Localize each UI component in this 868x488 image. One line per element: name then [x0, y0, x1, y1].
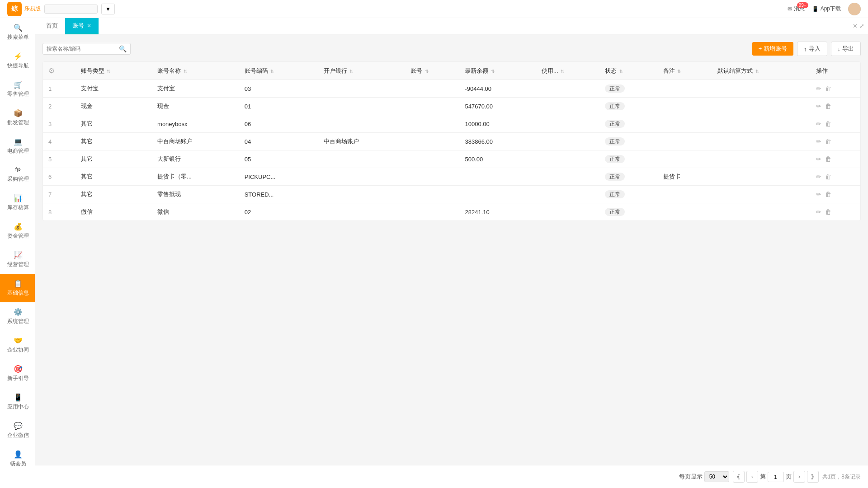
- messages-button[interactable]: ✉ 消息 99+: [788, 5, 805, 13]
- sidebar-item-label: 资金管理: [7, 232, 29, 240]
- search-icon[interactable]: 🔍: [119, 45, 127, 52]
- edit-button[interactable]: ✏: [816, 191, 821, 198]
- sidebar-item-operations[interactable]: 📈 经营管理: [0, 245, 35, 274]
- close-tab-icon[interactable]: ✕: [853, 23, 858, 29]
- edit-button[interactable]: ✏: [816, 208, 821, 216]
- user-avatar[interactable]: [848, 3, 861, 15]
- sidebar-item-shortcut[interactable]: ⚡ 快捷导航: [0, 47, 35, 75]
- row-name: moneybosx: [152, 115, 239, 133]
- sidebar-item-wholesale[interactable]: 📦 批发管理: [0, 103, 35, 132]
- sidebar-item-retail[interactable]: 🛒 零售管理: [0, 75, 35, 103]
- table-row: 1 支付宝 支付宝 03 -90444.00 正常 ✏ 🗑: [43, 80, 860, 98]
- tab-accounts[interactable]: 账号 ✕: [65, 18, 99, 34]
- first-page-button[interactable]: ⟪: [733, 471, 745, 483]
- import-button[interactable]: ↑ 导入: [797, 42, 827, 56]
- row-default-payment: [712, 203, 811, 221]
- top-search-box[interactable]: [44, 5, 98, 14]
- pagination: 每页显示 50 10 20 100 ⟪ ‹ 第 页 › ⟫ 共1页，8条记录: [35, 465, 868, 488]
- row-bank: [318, 168, 406, 186]
- delete-button[interactable]: 🗑: [825, 155, 831, 163]
- row-num: 4: [43, 133, 75, 150]
- purchase-icon: 🛍: [14, 166, 22, 174]
- edit-button[interactable]: ✏: [816, 120, 821, 127]
- sidebar-item-enterprise[interactable]: 🤝 企业协同: [0, 331, 35, 359]
- row-name: 大新银行: [152, 150, 239, 168]
- sidebar-item-member[interactable]: 👤 畅会员: [0, 445, 35, 473]
- col-balance[interactable]: 最新余额 ⇅: [459, 62, 536, 80]
- row-name: 微信: [152, 203, 239, 221]
- sidebar-item-label: 快捷导航: [7, 62, 29, 70]
- export-button[interactable]: ↓ 导出: [831, 42, 861, 56]
- delete-button[interactable]: 🗑: [825, 208, 831, 216]
- row-default-payment: [712, 186, 811, 203]
- row-type: 支付宝: [75, 80, 152, 98]
- app-download-button[interactable]: 📱 App下载: [812, 5, 841, 13]
- row-balance: [459, 186, 536, 203]
- wholesale-icon: 📦: [14, 109, 23, 117]
- sidebar-item-system[interactable]: ⚙️ 系统管理: [0, 302, 35, 331]
- col-status[interactable]: 状态 ⇅: [599, 62, 657, 80]
- delete-button[interactable]: 🗑: [825, 120, 831, 127]
- top-search-input[interactable]: [48, 6, 94, 12]
- row-notes: [658, 203, 712, 221]
- row-balance: 383866.00: [459, 133, 536, 150]
- sidebar-item-basic-info[interactable]: 📋 基础信息: [0, 274, 35, 302]
- col-default-payment[interactable]: 默认结算方式 ⇅: [712, 62, 811, 80]
- row-num: 6: [43, 168, 75, 186]
- top-bar-left: 鲸 乐易版 ▼: [7, 2, 115, 16]
- sidebar-item-finance[interactable]: 💰 资金管理: [0, 217, 35, 245]
- last-page-button[interactable]: ⟫: [807, 471, 819, 483]
- logo-area: 鲸 乐易版: [7, 2, 41, 16]
- top-dropdown[interactable]: ▼: [101, 4, 115, 14]
- delete-button[interactable]: 🗑: [825, 85, 831, 92]
- row-code: 05: [239, 150, 318, 168]
- delete-button[interactable]: 🗑: [825, 191, 831, 198]
- tab-close-icon[interactable]: ✕: [87, 23, 91, 29]
- sidebar-item-label: 新手引导: [7, 375, 29, 382]
- per-page-dropdown[interactable]: 50 10 20 100: [704, 471, 729, 482]
- search-input[interactable]: [47, 46, 119, 52]
- edit-button[interactable]: ✏: [816, 138, 821, 145]
- col-name[interactable]: 账号名称 ⇅: [152, 62, 239, 80]
- prev-page-button[interactable]: ‹: [746, 471, 758, 483]
- wechat-icon: 💬: [14, 422, 23, 430]
- sidebar-item-ecommerce[interactable]: 💻 电商管理: [0, 132, 35, 160]
- edit-button[interactable]: ✏: [816, 155, 821, 163]
- row-default-payment: [712, 115, 811, 133]
- sidebar-item-guide[interactable]: 🎯 新手引导: [0, 359, 35, 388]
- sidebar-item-wechat[interactable]: 💬 企业微信: [0, 416, 35, 445]
- delete-button[interactable]: 🗑: [825, 103, 831, 110]
- chevron-down-icon: ▼: [105, 6, 111, 12]
- row-usage: [536, 80, 600, 98]
- row-bank: [318, 115, 406, 133]
- col-usage[interactable]: 使用... ⇅: [536, 62, 600, 80]
- page-number-input[interactable]: [768, 472, 784, 482]
- col-notes[interactable]: 备注 ⇅: [658, 62, 712, 80]
- sidebar-item-inventory[interactable]: 📊 库存核算: [0, 188, 35, 217]
- col-settings[interactable]: ⚙: [43, 62, 75, 80]
- expand-icon[interactable]: ⤢: [859, 23, 864, 29]
- row-default-payment: [712, 80, 811, 98]
- delete-button[interactable]: 🗑: [825, 173, 831, 180]
- top-bar: 鲸 乐易版 ▼ ✉ 消息 99+ 📱 App下载: [0, 0, 868, 18]
- row-status: 正常: [599, 98, 657, 115]
- col-code[interactable]: 账号编码 ⇅: [239, 62, 318, 80]
- sidebar-item-app-center[interactable]: 📱 应用中心: [0, 388, 35, 416]
- table-row: 6 其它 提货卡（零... PICKUPC... 正常 提货卡 ✏ 🗑: [43, 168, 860, 186]
- edit-button[interactable]: ✏: [816, 103, 821, 110]
- delete-button[interactable]: 🗑: [825, 138, 831, 145]
- page-label: 第: [760, 473, 766, 481]
- edit-button[interactable]: ✏: [816, 85, 821, 92]
- edit-button[interactable]: ✏: [816, 173, 821, 180]
- sidebar-item-search-menu[interactable]: 🔍 搜索菜单: [0, 18, 35, 47]
- sidebar-item-label: 企业微信: [7, 432, 29, 439]
- add-account-button[interactable]: + 新增账号: [752, 42, 793, 56]
- col-type[interactable]: 账号类型 ⇅: [75, 62, 152, 80]
- tab-home[interactable]: 首页: [39, 18, 65, 34]
- sidebar-item-purchase[interactable]: 🛍 采购管理: [0, 160, 35, 188]
- row-usage: [536, 133, 600, 150]
- next-page-button[interactable]: ›: [793, 471, 805, 483]
- system-icon: ⚙️: [14, 308, 23, 316]
- col-account[interactable]: 账号 ⇅: [405, 62, 459, 80]
- col-bank[interactable]: 开户银行 ⇅: [318, 62, 406, 80]
